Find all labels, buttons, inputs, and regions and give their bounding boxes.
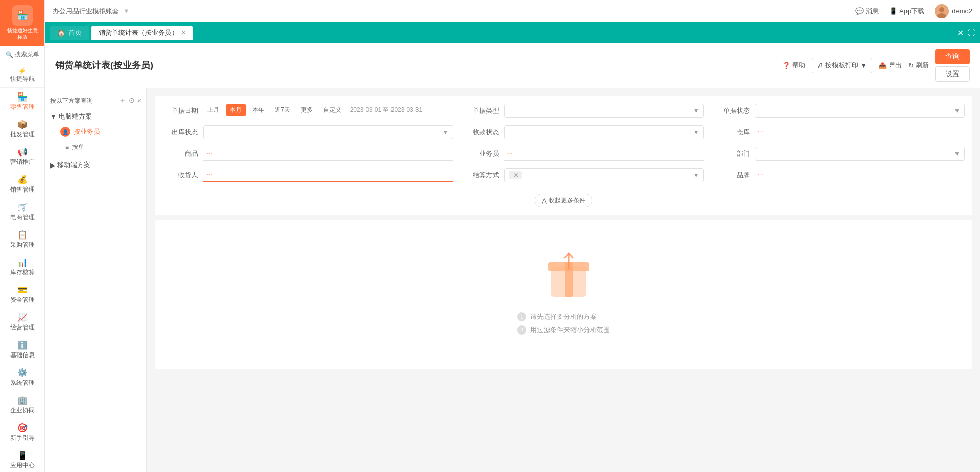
sidebar-item-basic[interactable]: ℹ️ 基础信息	[0, 336, 44, 364]
tab-home-label: 首页	[68, 28, 82, 37]
department-control[interactable]: ▼	[755, 147, 965, 161]
salesman-label: 业务员	[463, 149, 504, 158]
app-logo: 🏪 畅捷通好生意 标版	[0, 0, 45, 46]
tab-window-controls: ✕ ⛶	[957, 28, 975, 38]
sidebar-item-purchase[interactable]: 📋 采购管理	[0, 226, 44, 253]
message-icon: 💬	[855, 7, 864, 15]
sidebar-item-system[interactable]: ⚙️ 系统管理	[0, 364, 44, 391]
warehouse-control[interactable]: ···	[755, 125, 965, 139]
phone-icon: 📱	[889, 7, 897, 15]
template-print-arrow: ▼	[860, 62, 867, 69]
goods-control[interactable]: ···	[203, 147, 453, 161]
left-panel-title: 按以下方案查询	[50, 97, 93, 105]
scheme-item-salesman[interactable]: 👤 按业务员	[47, 124, 144, 140]
window-close-icon[interactable]: ✕	[957, 28, 964, 38]
inventory-icon: 📊	[17, 257, 28, 267]
sidebar-item-newcomer[interactable]: 🎯 新手引导	[0, 419, 44, 446]
doc-status-label: 单据状态	[714, 106, 755, 115]
date-btn-this-year[interactable]: 本年	[248, 104, 268, 116]
date-filter-group: 单据日期 上月 本月 本年 近7天 更多 自定义 2023-03-01 至 20…	[162, 104, 463, 118]
sidebar-item-ecommerce[interactable]: 🛒 电商管理	[0, 198, 44, 226]
warehouse-dots-icon[interactable]: ···	[758, 127, 764, 135]
sidebar-item-inventory[interactable]: 📊 库存核算	[0, 253, 44, 281]
doc-status-chevron: ▼	[954, 107, 960, 114]
brand-dots-icon[interactable]: ···	[758, 170, 764, 178]
desktop-scheme-label: 电脑端方案	[59, 112, 92, 121]
body-area: 按以下方案查询 ＋ ⊙ « ▼ 电脑端方案 👤	[45, 88, 980, 472]
collapse-btn[interactable]: ⋀ 收起更多条件	[535, 194, 592, 207]
sidebar-item-marketing[interactable]: 📢 营销推广	[0, 143, 44, 171]
retail-label: 零售管理	[10, 103, 35, 111]
filter-row-3: 商品 ··· 业务员 ···	[162, 147, 965, 161]
filter-row-4: 收货人 ··· 结算方式 ✕	[162, 168, 965, 182]
out-status-control[interactable]: ▼	[203, 125, 453, 139]
export-icon: 📤	[878, 62, 887, 69]
search-label: 搜索菜单	[15, 50, 39, 59]
sidebar-item-enterprise[interactable]: 🏢 企业协同	[0, 391, 44, 419]
date-btn-more[interactable]: 更多	[297, 104, 317, 116]
sales-icon: 💰	[17, 175, 28, 184]
sidebar-item-operation[interactable]: 📈 经营管理	[0, 309, 44, 336]
date-btn-7days[interactable]: 近7天	[271, 104, 295, 116]
filter-row-1: 单据日期 上月 本月 本年 近7天 更多 自定义 2023-03-01 至 20…	[162, 104, 965, 118]
tab-bar: 🏠 首页 销货单统计表（按业务员） ✕ ✕ ⛶	[45, 22, 980, 43]
collapse-panel-icon[interactable]: «	[137, 96, 141, 105]
marketing-label: 营销推广	[10, 158, 35, 167]
help-btn[interactable]: ❓ 帮助	[782, 61, 805, 70]
warehouse-label: 仓库	[714, 128, 755, 137]
user-avatar-btn[interactable]: demo2	[935, 4, 972, 18]
mobile-scheme-header[interactable]: ▶ 移动端方案	[45, 158, 146, 172]
empty-icon-area	[538, 251, 589, 302]
doc-type-control[interactable]: ▼	[504, 104, 704, 118]
salesman-control[interactable]: ···	[504, 147, 704, 161]
goods-label: 商品	[162, 149, 203, 158]
date-btn-this-month[interactable]: 本月	[226, 104, 246, 116]
doc-status-control[interactable]: ▼	[755, 104, 965, 118]
date-field-label: 单据日期	[162, 106, 203, 115]
purchase-label: 采购管理	[10, 241, 35, 249]
sidebar-item-appstore[interactable]: 📱 应用中心	[0, 446, 44, 472]
receiver-control[interactable]: ···	[203, 168, 453, 182]
sidebar-item-quicknav[interactable]: ⚡ 快捷导航	[0, 63, 44, 88]
query-button[interactable]: 查询	[935, 49, 970, 64]
message-btn[interactable]: 💬 消息	[855, 7, 879, 16]
department-label: 部门	[714, 149, 755, 158]
tab-sales-stat[interactable]: 销货单统计表（按业务员） ✕	[91, 26, 193, 40]
filter-card: 单据日期 上月 本月 本年 近7天 更多 自定义 2023-03-01 至 20…	[155, 96, 972, 215]
salesman-dots-icon[interactable]: ···	[507, 149, 513, 157]
settlement-control[interactable]: ✕ ▼	[504, 168, 704, 182]
export-btn[interactable]: 📤 导出	[878, 61, 902, 70]
breadcrumb-text: 办公用品行业模拟账套	[53, 7, 119, 16]
settlement-tag-close[interactable]: ✕	[513, 172, 519, 179]
window-maximize-icon[interactable]: ⛶	[968, 29, 975, 37]
avatar	[935, 4, 949, 18]
template-print-btn[interactable]: 🖨 按模板打印 ▼	[812, 58, 872, 73]
system-icon: ⚙️	[17, 368, 28, 377]
tab-close-icon[interactable]: ✕	[181, 30, 186, 36]
sidebar-item-finance[interactable]: 💳 资金管理	[0, 281, 44, 309]
settlement-filter-group: 结算方式 ✕ ▼	[463, 168, 714, 182]
settings-button[interactable]: 设置	[935, 66, 970, 82]
receiver-dots-icon[interactable]: ···	[206, 170, 212, 178]
empty-tips: 1 请先选择要分析的方案 2 用过滤条件来缩小分析范围	[517, 312, 610, 339]
payment-status-control[interactable]: ▼	[504, 125, 704, 139]
sidebar-item-sales[interactable]: 💰 销售管理	[0, 171, 44, 198]
desktop-scheme-header[interactable]: ▼ 电脑端方案	[47, 109, 144, 124]
date-btn-last-month[interactable]: 上月	[203, 104, 224, 116]
newcomer-icon: 🎯	[17, 423, 28, 433]
sidebar-item-retail[interactable]: 🏪 零售管理	[0, 88, 44, 115]
sidebar-item-wholesale[interactable]: 📦 批发管理	[0, 115, 44, 143]
empty-tip-1: 1 请先选择要分析的方案	[517, 312, 610, 321]
search-menu[interactable]: 🔍 搜索菜单	[0, 46, 44, 63]
refresh-scheme-icon[interactable]: ⊙	[129, 96, 135, 105]
add-scheme-icon[interactable]: ＋	[119, 96, 126, 105]
app-download-btn[interactable]: 📱 App下载	[889, 7, 924, 16]
refresh-btn[interactable]: ↻ 刷新	[908, 61, 929, 70]
tab-home[interactable]: 🏠 首页	[50, 26, 89, 40]
brand-control[interactable]: ···	[755, 168, 965, 182]
date-btn-custom[interactable]: 自定义	[319, 104, 346, 116]
scheme-item-order[interactable]: ≡ 按单	[47, 140, 144, 154]
search-icon: 🔍	[6, 51, 13, 58]
appstore-label: 应用中心	[10, 461, 35, 470]
goods-dots-icon[interactable]: ···	[206, 149, 212, 157]
